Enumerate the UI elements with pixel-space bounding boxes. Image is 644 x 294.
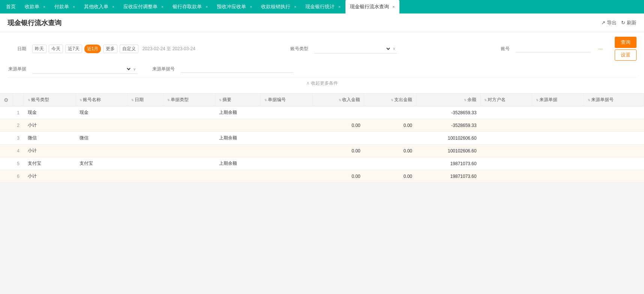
sort-icon: ⇅	[484, 98, 487, 102]
cell-gear	[0, 132, 13, 145]
nav-item-stats[interactable]: 现金银行统计 ×	[301, 0, 345, 13]
cell-counterpart	[480, 132, 532, 145]
filter-row-source: 来源单据 ∨ 来源单据号	[8, 64, 636, 74]
cell-date	[128, 106, 164, 119]
export-button[interactable]: ↗ 导出	[601, 19, 617, 26]
cell-date	[128, 157, 164, 170]
date-btn-today[interactable]: 今天	[49, 45, 63, 53]
cell-balance: -3528659.33	[416, 106, 480, 119]
date-btn-custom[interactable]: 自定义	[120, 45, 138, 53]
table-row: 3微信微信上期余额100102606.60	[0, 132, 644, 145]
sort-icon: ⇅	[131, 98, 134, 102]
cell-summary: 上期余额	[215, 106, 261, 119]
col-num	[13, 94, 24, 106]
nav-item-other-income[interactable]: 其他收入单 ×	[80, 0, 119, 13]
col-account-name[interactable]: ⇅账号名称	[76, 94, 128, 106]
nav-item-verify[interactable]: 收款核销执行 ×	[257, 0, 301, 13]
account-ellipsis-button[interactable]: ···	[597, 46, 604, 52]
cell-doc_num	[260, 157, 312, 170]
cell-income: 0.00	[312, 145, 364, 157]
nav-item-prepay[interactable]: 预收冲应收单 ×	[212, 0, 257, 13]
col-counterpart[interactable]: ⇅对方户名	[480, 94, 532, 106]
cell-income: 0.00	[312, 119, 364, 132]
source-doc-num-input[interactable]	[181, 66, 293, 73]
cell-gear	[0, 145, 13, 157]
cell-source_doc_num	[584, 157, 644, 170]
col-balance[interactable]: ⇅余额	[416, 94, 480, 106]
account-label: 账号	[491, 46, 510, 52]
nav-item-home[interactable]: 首页	[2, 0, 20, 13]
cell-account_name	[76, 170, 128, 183]
nav-item-adjust[interactable]: 应收应付调整单 ×	[119, 0, 168, 13]
close-icon-active[interactable]: ×	[392, 4, 395, 9]
col-doc-type[interactable]: ⇅单据类型	[164, 94, 215, 106]
date-btn-7days[interactable]: 近7天	[65, 45, 82, 53]
source-doc-select[interactable]	[34, 65, 132, 73]
cell-income	[312, 132, 364, 145]
cell-num: 5	[13, 157, 24, 170]
date-btn-1month[interactable]: 近1月	[84, 45, 101, 53]
account-type-select[interactable]: 现金 银行 微信 支付宝	[316, 45, 391, 52]
cell-counterpart	[480, 157, 532, 170]
cell-account_name: 微信	[76, 132, 128, 145]
source-doc-label: 来源单据	[8, 66, 26, 72]
cell-account_name: 现金	[76, 106, 128, 119]
date-btn-yesterday[interactable]: 昨天	[32, 45, 47, 53]
close-icon[interactable]: ×	[161, 4, 164, 9]
date-btn-more[interactable]: 更多	[103, 45, 117, 53]
col-expense[interactable]: ⇅支出金额	[364, 94, 416, 106]
close-icon[interactable]: ×	[250, 4, 252, 9]
account-input[interactable]	[516, 45, 591, 52]
source-doc-num-label: 来源单据号	[152, 66, 175, 72]
cell-doc_num	[260, 119, 312, 132]
query-button[interactable]: 查询	[615, 37, 636, 48]
sort-icon: ⇅	[264, 98, 267, 102]
page-title: 现金银行流水查询	[8, 18, 62, 27]
top-nav: 首页 收款单 × 付款单 × 其他收入单 × 应收应付调整单 × 银行存取款单 …	[0, 0, 644, 13]
cell-source_doc	[532, 119, 584, 132]
cell-source_doc_num	[584, 145, 644, 157]
nav-item-payment[interactable]: 付款单 ×	[50, 0, 80, 13]
col-date[interactable]: ⇅日期	[128, 94, 164, 106]
cell-summary	[215, 145, 261, 157]
date-shortcuts: 昨天 今天 近7天 近1月 更多 自定义 2023-02-24 至 2023-0…	[32, 45, 195, 53]
cell-expense: 0.00	[364, 170, 416, 183]
cell-balance: 100102606.60	[416, 132, 480, 145]
source-doc-select-wrapper[interactable]: ∨	[32, 64, 137, 74]
collapse-bar[interactable]: ∧ 收起更多条件	[8, 78, 636, 89]
nav-item-ledger[interactable]: 现金银行流水查询 ×	[345, 0, 399, 13]
account-type-select-wrapper[interactable]: 现金 银行 微信 支付宝 ∨	[314, 44, 397, 54]
close-icon[interactable]: ×	[206, 4, 208, 9]
col-summary[interactable]: ⇅摘要	[215, 94, 261, 106]
col-account-type[interactable]: ⇅账号类型	[24, 94, 76, 106]
settings-button[interactable]: 设置	[615, 49, 636, 61]
close-icon[interactable]: ×	[294, 4, 296, 9]
table-row: 2小计0.000.00-3528659.33	[0, 119, 644, 132]
cell-balance: 100102606.60	[416, 145, 480, 157]
collapse-up-icon: ∧	[306, 81, 310, 86]
cell-doc_type	[164, 119, 215, 132]
col-source-doc-num[interactable]: ⇅来源单据号	[584, 94, 644, 106]
col-income[interactable]: ⇅收入金额	[312, 94, 364, 106]
col-source-doc[interactable]: ⇅来源单据	[532, 94, 584, 106]
cell-date	[128, 119, 164, 132]
nav-item-bank-deposit[interactable]: 银行存取款单 ×	[168, 0, 212, 13]
close-icon[interactable]: ×	[338, 4, 341, 9]
sort-icon: ⇅	[28, 98, 30, 102]
date-range-display: 2023-02-24 至 2023-03-24	[142, 46, 195, 52]
cell-doc_num	[260, 132, 312, 145]
table-row: 6小计0.000.0019871073.60	[0, 170, 644, 183]
cell-source_doc	[532, 157, 584, 170]
close-icon[interactable]: ×	[112, 4, 114, 9]
refresh-button[interactable]: ↻ 刷新	[621, 19, 636, 26]
sort-icon: ⇅	[588, 98, 590, 102]
nav-item-receipt[interactable]: 收款单 ×	[20, 0, 50, 13]
cell-num: 1	[13, 106, 24, 119]
cell-doc_num	[260, 106, 312, 119]
cell-date	[128, 132, 164, 145]
close-icon[interactable]: ×	[73, 4, 75, 9]
col-doc-num[interactable]: ⇅单据编号	[260, 94, 312, 106]
cell-num: 2	[13, 119, 24, 132]
close-icon[interactable]: ×	[43, 4, 45, 9]
gear-settings-icon[interactable]: ⚙	[4, 97, 9, 103]
